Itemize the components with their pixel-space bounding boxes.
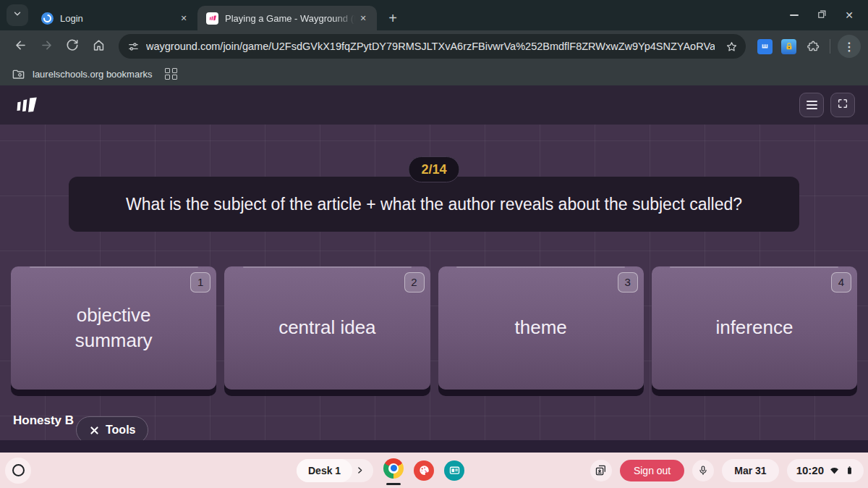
login-tab-favicon — [41, 12, 54, 25]
url-text[interactable]: wayground.com/join/game/U2FsdGVkX19fqZPy… — [146, 41, 715, 52]
desk-button[interactable]: Desk 1 — [297, 459, 352, 482]
tab-title: Playing a Game - Wayground (F — [225, 13, 357, 24]
fullscreen-icon — [837, 98, 848, 112]
screen-card-icon — [448, 464, 461, 476]
time-display: 10:20 — [796, 464, 824, 476]
palette-icon — [418, 464, 430, 476]
bookmarks-bar: laurelschools.org bookmarks — [0, 62, 868, 85]
option-label: inference — [715, 315, 793, 340]
game-main-area: 2/14 What is the subject of the article … — [0, 125, 868, 440]
shelf-apps: Desk 1 — [297, 453, 464, 488]
browser-toolbar: wayground.com/join/game/U2FsdGVkX19fqZPy… — [0, 30, 868, 62]
fullscreen-button[interactable] — [830, 93, 855, 117]
close-window-button[interactable]: ✕ — [843, 9, 855, 21]
home-icon — [92, 38, 106, 55]
extension-lock-icon[interactable] — [781, 39, 796, 54]
address-bar[interactable]: wayground.com/join/game/U2FsdGVkX19fqZPy… — [119, 34, 746, 59]
canvas-app-button[interactable] — [414, 460, 434, 481]
wayground-tab-favicon — [206, 12, 218, 25]
forward-button[interactable] — [35, 35, 58, 58]
sign-out-button[interactable]: Sign out — [620, 460, 684, 481]
option-label: theme — [514, 315, 566, 340]
tab-close-button[interactable]: ✕ — [177, 12, 190, 25]
screencast-app-button[interactable] — [444, 460, 464, 481]
microphone-icon — [697, 465, 709, 476]
screen-capture-button[interactable] — [590, 460, 612, 481]
extensions-puzzle-icon[interactable] — [802, 35, 824, 57]
extension-w-icon[interactable] — [757, 39, 773, 54]
minimize-button[interactable] — [788, 9, 800, 21]
option-number-badge: 2 — [404, 272, 425, 293]
tab-close-button[interactable]: ✕ — [357, 12, 370, 25]
option-number-badge: 4 — [831, 272, 851, 293]
back-button[interactable] — [9, 35, 32, 58]
restore-button[interactable] — [816, 9, 827, 21]
managed-bookmarks-folder-icon — [12, 67, 25, 81]
restore-icon — [817, 9, 827, 22]
toolbar-divider — [830, 39, 830, 54]
new-tab-button[interactable]: + — [383, 8, 403, 28]
tab-title: Login — [60, 13, 177, 24]
answer-option-4[interactable]: 4 inference — [652, 266, 857, 390]
game-bottom-strip — [0, 440, 868, 453]
tab-search-button[interactable] — [7, 4, 28, 26]
site-settings-icon[interactable] — [127, 41, 140, 53]
game-header — [0, 85, 868, 125]
tab-playing-game[interactable]: Playing a Game - Wayground (F ✕ — [197, 6, 377, 30]
wayground-logo-icon — [13, 95, 39, 115]
bookmarks-folder-label[interactable]: laurelschools.org bookmarks — [33, 69, 152, 80]
option-label: central idea — [278, 315, 375, 340]
tools-label: Tools — [106, 424, 135, 437]
reload-button[interactable] — [61, 35, 84, 58]
browser-menu-button[interactable]: ⋮ — [838, 35, 861, 58]
question-card: What is the subject of the article + wha… — [69, 177, 799, 232]
status-tray[interactable]: 10:20 — [787, 459, 864, 482]
game-menu-button[interactable] — [799, 93, 824, 117]
chrome-app-button[interactable] — [383, 458, 404, 483]
tools-icon — [89, 425, 100, 436]
option-label: objective summary — [40, 303, 187, 353]
chromeos-shelf: Desk 1 — [0, 453, 868, 488]
back-icon — [14, 38, 27, 55]
tools-button[interactable]: Tools — [76, 416, 148, 440]
desk-switcher[interactable]: Desk 1 — [297, 459, 373, 482]
tab-login[interactable]: Login ✕ — [33, 6, 197, 30]
answer-option-1[interactable]: 1 objective summary — [11, 266, 216, 390]
home-button[interactable] — [87, 35, 110, 58]
answer-option-3[interactable]: 3 theme — [438, 266, 644, 390]
chevron-right-icon[interactable] — [352, 466, 367, 475]
option-number-badge: 1 — [190, 272, 210, 293]
bookmark-star-icon[interactable] — [721, 36, 741, 56]
browser-tab-strip: Login ✕ Playing a Game - Wayground (F ✕ … — [0, 0, 868, 30]
answer-options: 1 objective summary 2 central idea 3 the… — [11, 266, 857, 390]
answer-option-2[interactable]: 2 central idea — [224, 266, 430, 390]
launcher-icon — [12, 464, 25, 476]
date-display[interactable]: Mar 31 — [722, 459, 778, 482]
wifi-icon — [829, 465, 840, 476]
shelf-status-area: Sign out Mar 31 10:20 — [590, 453, 864, 488]
hamburger-icon — [807, 101, 817, 109]
question-counter-badge: 2/14 — [408, 156, 459, 182]
minimize-icon — [790, 14, 799, 16]
game-header-buttons — [799, 93, 855, 117]
screen: Login ✕ Playing a Game - Wayground (F ✕ … — [0, 0, 868, 488]
apps-grid-icon[interactable] — [165, 68, 177, 80]
chrome-active-indicator — [386, 483, 401, 485]
wayground-game: 2/14 What is the subject of the article … — [0, 85, 868, 453]
microphone-button[interactable] — [692, 460, 714, 481]
option-number-badge: 3 — [618, 272, 638, 293]
launcher-button[interactable] — [5, 458, 31, 484]
player-name: Honesty B — [13, 413, 77, 429]
screen-capture-icon — [595, 464, 607, 476]
battery-icon — [845, 464, 854, 476]
window-controls: ✕ — [788, 9, 868, 21]
reload-icon — [66, 38, 79, 54]
forward-icon — [40, 38, 54, 55]
chevron-down-icon — [12, 9, 22, 22]
question-text: What is the subject of the article + wha… — [126, 195, 742, 214]
chrome-icon — [383, 458, 404, 479]
